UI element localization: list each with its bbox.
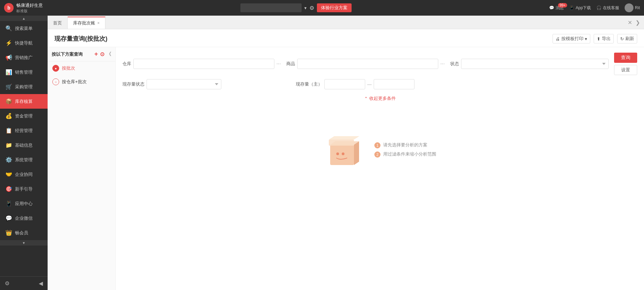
top-search-input[interactable]	[240, 3, 302, 12]
hint-item-2: 2 用过滤条件来缩小分析范围	[374, 151, 436, 158]
search-menu-icon: 🔍	[5, 25, 12, 32]
collapse-label: 收起更多条件	[369, 95, 396, 102]
refresh-icon: ↻	[620, 36, 624, 41]
sidebar-item-label: 营销推广	[15, 55, 33, 61]
left-panel-item-by-batch[interactable]: ● 按批次	[48, 61, 115, 75]
user-area[interactable]: Rit	[625, 3, 640, 12]
tab-panel-close-icon[interactable]: ✕	[628, 19, 632, 26]
main-body: 按以下方案查询 + ⊙ 《 ● 按批次 ○ 按仓库+批次	[48, 47, 644, 290]
page-title: 现存量查询(按批次)	[54, 35, 107, 43]
action-btns: 查询 设置	[614, 53, 637, 75]
empty-illustration	[323, 129, 364, 170]
sidebar-item-label: 搜索菜单	[15, 25, 33, 32]
tab-home-label: 首页	[53, 20, 62, 26]
tab-home[interactable]: 首页	[48, 17, 68, 29]
settings-btn[interactable]: 设置	[614, 65, 637, 75]
qty-min-input[interactable]	[324, 79, 365, 89]
tab-inventory-batch-label: 库存批次账	[73, 20, 95, 26]
sidebar-item-enterprise[interactable]: 🤝 企业协同	[0, 167, 48, 182]
sidebar-item-label: 快捷导航	[15, 40, 33, 46]
left-panel: 按以下方案查询 + ⊙ 《 ● 按批次 ○ 按仓库+批次	[48, 47, 116, 290]
hint-text-2: 用过滤条件来缩小分析范围	[383, 151, 436, 157]
sidebar-item-inventory[interactable]: 📦 库存核算	[0, 94, 48, 109]
warehouse-filter-group: 仓库 ···	[122, 59, 281, 69]
tab-inventory-batch[interactable]: 库存批次账 ×	[68, 17, 105, 29]
warehouse-more-icon[interactable]: ···	[276, 61, 281, 67]
qty-max-input[interactable]	[374, 79, 414, 89]
query-btn[interactable]: 查询	[614, 53, 637, 63]
vip-icon: 👑	[5, 230, 12, 236]
sidebar-settings-icon[interactable]: ⚙	[5, 280, 10, 287]
qty-dash: —	[367, 82, 372, 87]
sidebar-scroll-down[interactable]: ▼	[0, 240, 48, 246]
user-avatar	[625, 3, 633, 12]
system-icon: ⚙️	[5, 157, 12, 163]
experience-btn[interactable]: 体验行业方案	[317, 3, 352, 12]
tab-close-icon[interactable]: ×	[97, 21, 100, 25]
search-dropdown-icon[interactable]: ▾	[304, 5, 307, 11]
online-service-label: 在线客服	[603, 5, 619, 11]
wechat-icon: 💬	[5, 215, 12, 221]
empty-hints: 1 请先选择要分析的方案 2 用过滤条件来缩小分析范围	[374, 142, 436, 158]
top-bar-right: 💬 消息 99+ 📱 App下载 🎧 在线客服 Rit	[549, 3, 640, 12]
sidebar-item-finance[interactable]: 💰 资金管理	[0, 109, 48, 123]
online-service-btn[interactable]: 🎧 在线客服	[596, 5, 619, 11]
collapse-up-icon: ⌃	[364, 96, 368, 101]
tab-panel-expand-icon[interactable]: ❯	[635, 19, 640, 26]
operations-icon: 📋	[5, 127, 12, 134]
sidebar-item-label: 系统管理	[15, 157, 33, 163]
sidebar-item-vip[interactable]: 👑 畅会员	[0, 225, 48, 240]
sales-icon: 📊	[5, 69, 12, 75]
sidebar-collapse-icon[interactable]: ◀	[39, 280, 43, 287]
sidebar-scroll-up[interactable]: ▲	[0, 16, 48, 21]
svg-rect-0	[330, 145, 354, 165]
user-name: Rit	[635, 5, 640, 10]
sidebar-bottom: ⚙ ◀	[0, 276, 48, 290]
hint-text-1: 请先选择要分析的方案	[383, 142, 427, 148]
plan-settings-icon[interactable]: ⊙	[100, 51, 104, 57]
print-template-btn[interactable]: 🖨 按模板打印 ▾	[553, 34, 590, 43]
collapse-more-conditions[interactable]: ⌃ 收起更多条件	[122, 93, 637, 104]
sidebar-item-marketing[interactable]: 📢 营销推广	[0, 50, 48, 65]
by-batch-label: 按批次	[62, 65, 75, 71]
sidebar-item-purchase[interactable]: 🛒 采购管理	[0, 79, 48, 94]
sidebar-item-wechat[interactable]: 💬 企业微信	[0, 211, 48, 225]
collapse-panel-icon[interactable]: 《	[106, 51, 111, 57]
status-label: 状态	[450, 61, 459, 67]
app-download-btn[interactable]: 📱 App下载	[569, 5, 591, 11]
qty-label: 现存量（主）	[296, 81, 322, 87]
app-info: 畅康通好生意 标准版	[16, 2, 43, 14]
message-badge: 99+	[558, 3, 567, 7]
finance-icon: 💰	[5, 113, 12, 119]
sidebar-item-app-center[interactable]: 📱 应用中心	[0, 196, 48, 211]
inventory-status-select[interactable]	[147, 79, 221, 89]
sidebar-item-basic-info[interactable]: 📁 基础信息	[0, 138, 48, 152]
settings-gear-icon[interactable]: ⚙	[309, 5, 314, 11]
status-select[interactable]	[461, 59, 609, 69]
left-panel-title: 按以下方案查询	[52, 51, 83, 57]
sidebar-item-label: 应用中心	[15, 201, 33, 207]
warehouse-input[interactable]	[133, 59, 274, 69]
content-area: 首页 库存批次账 × ✕ ❯ 现存量查询(按批次) 🖨 按模板打印 ▾	[48, 16, 644, 290]
sidebar-item-operations[interactable]: 📋 经营管理	[0, 123, 48, 138]
sidebar-item-search-menu[interactable]: 🔍 搜索菜单	[0, 21, 48, 36]
basic-info-icon: 📁	[5, 142, 12, 148]
export-btn[interactable]: ⬆ 导出	[594, 34, 614, 43]
goods-label: 商品	[286, 61, 295, 67]
goods-input[interactable]	[297, 59, 438, 69]
add-plan-icon[interactable]: +	[94, 51, 98, 58]
refresh-btn[interactable]: ↻ 刷新	[617, 34, 637, 43]
sidebar-item-system[interactable]: ⚙️ 系统管理	[0, 152, 48, 167]
message-btn[interactable]: 💬 消息 99+	[549, 5, 564, 11]
sidebar-item-quick-nav[interactable]: ⚡ 快捷导航	[0, 36, 48, 50]
enterprise-icon: 🤝	[5, 171, 12, 178]
goods-more-icon[interactable]: ···	[440, 61, 445, 67]
headset-icon: 🎧	[596, 5, 601, 10]
left-panel-item-by-warehouse-batch[interactable]: ○ 按仓库+批次	[48, 75, 115, 89]
empty-box-svg	[323, 129, 364, 170]
sidebar-item-newbie[interactable]: 🎯 新手引导	[0, 182, 48, 196]
hint-item-1: 1 请先选择要分析的方案	[374, 142, 436, 148]
sidebar-item-sales[interactable]: 📊 销售管理	[0, 65, 48, 79]
warehouse-label: 仓库	[122, 61, 131, 67]
sidebar-item-label: 经营管理	[15, 128, 33, 134]
